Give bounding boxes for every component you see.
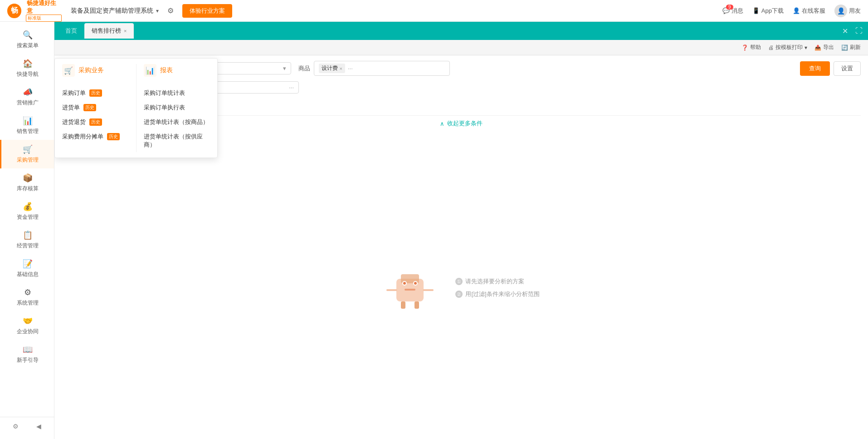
tab-sales-rank-close[interactable]: × (124, 28, 127, 34)
menu-purchase-order[interactable]: 采购订单 历史 (62, 86, 129, 100)
tab-sales-rank[interactable]: 销售排行榜 × (84, 23, 134, 39)
purchase-icon: 🛒 (23, 144, 33, 154)
sidebar-bottom: ⚙ ◀ (0, 417, 54, 435)
print-icon: 🖨 (768, 44, 774, 51)
sidebar-item-system[interactable]: ⚙ 系统管理 (0, 283, 54, 311)
goods-tag-close-btn[interactable]: × (340, 66, 342, 71)
sidebar-label-marketing: 营销推广 (17, 99, 39, 107)
service-label: 在线客服 (802, 7, 825, 15)
system-title-area: 装备及固定资产辅助管理系统 ▾ ⚙ 体验行业方案 (71, 4, 722, 18)
sidebar-settings-btn[interactable]: ⚙ (13, 423, 19, 430)
sidebar: 🔍 搜索菜单 🏠 快捷导航 📣 营销推广 📊 销售管理 🛒 采购管理 📦 库存核… (0, 22, 54, 439)
step-dot-2: ② (455, 291, 463, 298)
settings-btn[interactable]: 设置 (834, 61, 861, 76)
history-badge-1: 历史 (89, 89, 102, 97)
sidebar-collapse-btn[interactable]: ◀ (36, 423, 41, 430)
main-layout: 🔍 搜索菜单 🏠 快捷导航 📣 营销推广 📊 销售管理 🛒 采购管理 📦 库存核… (0, 22, 868, 439)
goods-input[interactable]: 设计费 × ··· (314, 61, 450, 76)
col-report-title: 报表 (160, 66, 173, 74)
sidebar-item-operations[interactable]: 📋 经营管理 (0, 226, 54, 254)
help-btn[interactable]: ❓ 帮助 (741, 44, 761, 51)
goods-tag: 设计费 × (319, 64, 345, 73)
tab-expand-btn[interactable]: ⛶ (853, 25, 864, 37)
purchase-dropdown-menu: 🛒 采购业务 采购订单 历史 进货单 历史 进货退货 (54, 58, 218, 158)
col-purchase-header: 🛒 采购业务 (62, 64, 129, 80)
inventory-icon: 📦 (23, 173, 33, 183)
menu-report-receipt-goods-label: 进货单统计表（按商品） (144, 118, 209, 126)
sidebar-item-enterprise[interactable]: 🤝 企业协同 (0, 311, 54, 340)
tab-close-btn[interactable]: ✕ (840, 25, 850, 37)
basic-icon: 📝 (23, 259, 33, 269)
sidebar-item-purchase[interactable]: 🛒 采购管理 (0, 140, 54, 168)
empty-state: ① 请先选择要分析的方案 ② 用[过滤]条件来缩小分析范围 (383, 265, 539, 311)
tab-home[interactable]: 首页 (58, 23, 84, 39)
online-service-btn[interactable]: 👤 在线客服 (793, 7, 825, 15)
export-icon: 📤 (814, 44, 821, 51)
refresh-icon: 🔄 (841, 44, 848, 51)
empty-text: ① 请先选择要分析的方案 ② 用[过滤]条件来缩小分析范围 (455, 276, 539, 300)
menu-report-receipt-supplier[interactable]: 进货单统计表（按供应商） (144, 129, 210, 152)
sidebar-item-quick-nav[interactable]: 🏠 快捷导航 (0, 54, 54, 83)
main-content: ① 请先选择要分析的方案 ② 用[过滤]条件来缩小分析范围 (54, 137, 868, 439)
logo-icon: 畅 (7, 4, 21, 18)
header-settings-btn[interactable]: ⚙ (164, 5, 177, 17)
sidebar-item-finance[interactable]: 💰 资金管理 (0, 197, 54, 226)
menu-purchase-return[interactable]: 进货退货 历史 (62, 115, 129, 129)
query-btn[interactable]: 查询 (800, 61, 830, 76)
dropdown-columns: 🛒 采购业务 采购订单 历史 进货单 历史 进货退货 (55, 64, 217, 152)
top-header: 畅 畅捷通好生意 标准版 装备及固定资产辅助管理系统 ▾ ⚙ 体验行业方案 💬 … (0, 0, 868, 22)
logo-area: 畅 畅捷通好生意 标准版 (7, 0, 62, 22)
menu-report-receipt-goods[interactable]: 进货单统计表（按商品） (144, 115, 210, 129)
menu-report-order-stats[interactable]: 采购订单统计表 (144, 86, 210, 100)
message-icon: 💬 9 (722, 7, 730, 14)
brand-name: 畅捷通好生意 (27, 0, 62, 15)
sidebar-label-guide: 新手引导 (17, 356, 39, 364)
filter-goods-item: 商品 设计费 × ··· (298, 61, 450, 76)
menu-report-order-exec[interactable]: 采购订单执行表 (144, 100, 210, 115)
col-purchase-title: 采购业务 (78, 66, 104, 74)
marketing-icon: 📣 (23, 87, 33, 97)
message-btn[interactable]: 💬 9 消息 (722, 7, 743, 15)
menu-purchase-expense-label: 采购费用分摊单 (62, 133, 103, 141)
goods-more-btn[interactable]: ··· (348, 65, 353, 72)
sidebar-label-search: 搜索菜单 (17, 42, 39, 49)
collapse-arrow-icon: ∧ (440, 120, 444, 127)
home-icon: 🏠 (23, 59, 33, 69)
tab-home-label: 首页 (65, 27, 77, 35)
collapse-label: 收起更多条件 (447, 119, 483, 128)
salesperson-input[interactable]: ··· (208, 81, 299, 94)
goods-label: 商品 (298, 64, 310, 73)
sidebar-item-inventory[interactable]: 📦 库存核算 (0, 168, 54, 197)
export-btn[interactable]: 📤 导出 (814, 44, 834, 51)
user-label: 用友 (849, 7, 861, 15)
col-report-icon: 📊 (144, 64, 156, 77)
sidebar-item-basic[interactable]: 📝 基础信息 (0, 254, 54, 283)
menu-report-order-exec-label: 采购订单执行表 (144, 104, 185, 112)
tab-bar-actions: ✕ ⛶ (840, 25, 864, 37)
sidebar-item-search[interactable]: 🔍 搜索菜单 (0, 25, 54, 54)
sidebar-item-sales[interactable]: 📊 销售管理 (0, 111, 54, 140)
app-label: App下载 (761, 7, 784, 15)
refresh-btn[interactable]: 🔄 刷新 (841, 44, 861, 51)
sidebar-label-finance: 资金管理 (17, 213, 39, 221)
phone-icon: 📱 (752, 7, 760, 14)
system-dropdown-arrow[interactable]: ▾ (156, 8, 159, 14)
sidebar-item-marketing[interactable]: 📣 营销推广 (0, 83, 54, 111)
sidebar-item-guide[interactable]: 📖 新手引导 (0, 340, 54, 369)
svg-point-5 (414, 282, 417, 285)
empty-step-1: ① 请先选择要分析的方案 (455, 277, 539, 286)
toolbar: ❓ 帮助 🖨 按模板打印 ▾ 📤 导出 🔄 刷新 (54, 40, 868, 55)
step-dot-1: ① (455, 278, 463, 285)
industry-btn[interactable]: 体验行业方案 (182, 4, 232, 18)
dropdown-col-report: 📊 报表 采购订单统计表 采购订单执行表 进货单统计表（按商品） (136, 64, 218, 152)
menu-purchase-receipt[interactable]: 进货单 历史 (62, 100, 129, 115)
goods-tag-text: 设计费 (322, 64, 338, 72)
action-buttons: 查询 设置 (800, 61, 861, 76)
help-icon: ❓ (741, 44, 748, 51)
content-area: 首页 销售排行榜 × ✕ ⛶ 🛒 采购业务 (54, 22, 868, 439)
menu-purchase-order-label: 采购订单 (62, 89, 86, 97)
menu-purchase-expense[interactable]: 采购费用分摊单 历史 (62, 129, 129, 144)
user-btn[interactable]: 👤 用友 (834, 5, 861, 17)
app-download-btn[interactable]: 📱 App下载 (752, 7, 784, 15)
print-btn[interactable]: 🖨 按模板打印 ▾ (768, 44, 807, 51)
